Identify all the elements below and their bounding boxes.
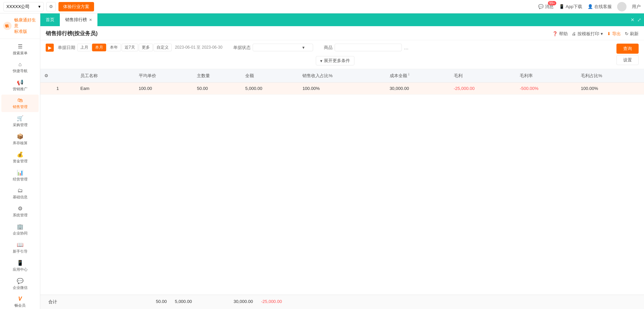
enterprise-icon: 🏢 xyxy=(17,223,24,230)
date-btn-7days[interactable]: 近7天 xyxy=(122,44,138,51)
logo-image: 畅 xyxy=(3,20,12,31)
row-gross-profit: -25,000.00 xyxy=(450,83,516,95)
row-gross-margin: -500.00% xyxy=(516,83,577,95)
sidebar-item-search-order[interactable]: ☰ 搜索菜单 xyxy=(1,41,39,58)
tab-expand-icon[interactable]: ⤢ xyxy=(637,17,641,22)
tab-home[interactable]: 首页 xyxy=(40,13,60,26)
tab-bar: 首页 销售排行榜 ✕ ✕ ⤢ xyxy=(40,13,644,26)
online-service-btn[interactable]: 👤 在线客服 xyxy=(588,4,612,10)
sidebar-item-wechat[interactable]: 💬 企业微信 xyxy=(1,275,39,293)
company-name: XXXXX公司 xyxy=(6,4,30,10)
sidebar-item-guide[interactable]: 📖 新手引导 xyxy=(1,239,39,257)
sales-rank-table: ⚙ 员工名称 平均单价 主数量 全额 销售收入占比% 成本全额 ℹ 毛利 毛利率… xyxy=(40,69,644,95)
date-btn-last-month[interactable]: 上月 xyxy=(77,44,91,51)
sidebar-item-system[interactable]: ⚙ 系统管理 xyxy=(1,203,39,220)
guide-icon: 📖 xyxy=(17,242,24,248)
sidebar-item-label-finance: 资金管理 xyxy=(13,159,28,164)
chevron-down-icon: ▾ xyxy=(38,4,41,9)
expand-label: 展开更多条件 xyxy=(324,58,350,64)
status-label: 单据状态 xyxy=(233,45,251,51)
footer-gross-profit: -25,000.00 xyxy=(257,298,286,306)
footer-label: 合计 xyxy=(44,298,152,306)
row-avg-price: 100.00 xyxy=(135,83,193,95)
service-icon: 👤 xyxy=(588,4,593,9)
goods-label: 商品 xyxy=(324,45,333,51)
col-employee: 员工名称 xyxy=(76,69,134,83)
sidebar-item-enterprise[interactable]: 🏢 企业协同 xyxy=(1,221,39,239)
message-btn[interactable]: 💬 消息 99+ xyxy=(538,4,554,10)
expand-more-btn[interactable]: ▾ 展开更多条件 xyxy=(316,56,354,65)
sidebar-item-quick-nav[interactable]: ⌂ 快捷导航 xyxy=(1,59,39,76)
search-order-icon: ☰ xyxy=(18,43,23,50)
tab-close-window-icon[interactable]: ✕ xyxy=(631,17,635,22)
goods-dots-icon[interactable]: … xyxy=(404,45,409,50)
col-avg-price: 平均单价 xyxy=(135,69,193,83)
sidebar-item-basic-info[interactable]: 🗂 基础信息 xyxy=(1,185,39,202)
date-btn-this-month[interactable]: 本月 xyxy=(92,44,106,51)
sidebar-item-label-member: 畅会员 xyxy=(14,303,26,308)
goods-input[interactable] xyxy=(335,44,402,51)
settings-icon[interactable]: ⚙ xyxy=(46,2,56,11)
export-button[interactable]: ⬇ 导出 xyxy=(607,31,621,37)
refresh-button[interactable]: ↻ 刷新 xyxy=(625,31,639,37)
finance-icon: 💰 xyxy=(17,151,24,158)
sidebar-item-sales[interactable]: 🛍 销售管理 xyxy=(1,95,39,112)
company-selector[interactable]: XXXXX公司 ▾ xyxy=(3,2,44,11)
sidebar-item-purchase[interactable]: 🛒 采购管理 xyxy=(1,112,39,130)
sidebar-item-label-purchase: 采购管理 xyxy=(13,122,28,127)
refresh-icon: ↻ xyxy=(625,31,629,36)
purchase-icon: 🛒 xyxy=(17,115,24,121)
member-icon: V xyxy=(18,296,22,302)
col-amount: 全额 xyxy=(241,69,298,83)
footer-spacer xyxy=(196,298,229,306)
sidebar-item-operations[interactable]: 📊 经营管理 xyxy=(1,167,39,185)
tab-right-actions: ✕ ⤢ xyxy=(631,17,644,22)
sidebar-item-label-marketing: 营销推广 xyxy=(13,87,28,92)
sidebar-item-inventory[interactable]: 📦 库存核算 xyxy=(1,131,39,148)
table-settings-button[interactable]: 设置 xyxy=(616,55,639,65)
date-btn-this-year[interactable]: 本年 xyxy=(107,44,121,51)
sidebar-item-marketing[interactable]: 📢 营销推广 xyxy=(1,76,39,94)
footer-row: 合计 50.00 5,000.00 30,000.00 -25,000.00 xyxy=(44,298,640,306)
sidebar-item-app-center[interactable]: 📱 应用中心 xyxy=(1,257,39,275)
print-icon: 🖨 xyxy=(572,31,576,36)
message-icon: 💬 xyxy=(538,4,544,9)
date-btn-custom[interactable]: 自定义 xyxy=(154,44,172,51)
avatar[interactable] xyxy=(617,2,627,11)
help-label: 帮助 xyxy=(559,31,568,37)
col-rank xyxy=(52,69,76,83)
filter-collapse-btn[interactable]: ▶ xyxy=(46,44,54,52)
query-button[interactable]: 查询 xyxy=(616,44,639,54)
app-label: App下载 xyxy=(566,4,582,10)
content-area: 首页 销售排行榜 ✕ ✕ ⤢ 销售排行榜(按业务员) ❓ 帮助 xyxy=(40,13,644,309)
print-chevron: ▾ xyxy=(601,31,603,36)
footer-amount: 5,000.00 xyxy=(171,298,196,306)
date-range: 2023-06-01 至 2023-06-30 xyxy=(175,45,222,50)
page-header: 销售排行榜(按业务员) ❓ 帮助 🖨 按模板打印 ▾ ⬇ 导出 xyxy=(40,26,644,40)
tab-sales-rank[interactable]: 销售排行榜 ✕ xyxy=(60,13,97,26)
operations-icon: 📊 xyxy=(17,169,24,176)
print-button[interactable]: 🖨 按模板打印 ▾ xyxy=(572,31,603,37)
sidebar-item-member[interactable]: V 畅会员 xyxy=(1,293,39,309)
status-select[interactable]: ▾ xyxy=(253,44,313,51)
sidebar-item-finance[interactable]: 💰 资金管理 xyxy=(1,149,39,166)
message-badge: 99+ xyxy=(548,1,556,5)
tab-close-icon[interactable]: ✕ xyxy=(89,18,92,22)
col-gross-pct: 毛利占比% xyxy=(577,69,644,83)
basic-info-icon: 🗂 xyxy=(17,188,23,194)
sidebar-item-label-ops: 经营管理 xyxy=(13,177,28,182)
trial-button[interactable]: 体验行业方案 xyxy=(58,2,94,11)
table-row[interactable]: 1 Eam 100.00 50.00 5,000.00 100.00% 30,0… xyxy=(40,83,644,95)
app-download-btn[interactable]: 📱 App下载 xyxy=(559,4,582,10)
quick-nav-icon: ⌂ xyxy=(18,61,22,67)
col-cost: 成本全额 ℹ xyxy=(386,69,450,83)
top-right-actions: 💬 消息 99+ 📱 App下载 👤 在线客服 用户 xyxy=(538,2,641,11)
help-button[interactable]: ❓ 帮助 xyxy=(552,31,568,37)
row-rank: 1 xyxy=(52,83,76,95)
col-settings[interactable]: ⚙ xyxy=(40,69,52,83)
date-btn-more[interactable]: 更多 xyxy=(139,44,153,51)
row-cost: 30,000.00 xyxy=(386,83,450,95)
main-layout: 畅 畅康通好生意 标准版 ☰ 搜索菜单 ⌂ 快捷导航 📢 营销推广 🛍 销售 xyxy=(0,13,644,309)
col-gross-profit: 毛利 xyxy=(450,69,516,83)
page-title: 销售排行榜(按业务员) xyxy=(46,30,98,37)
